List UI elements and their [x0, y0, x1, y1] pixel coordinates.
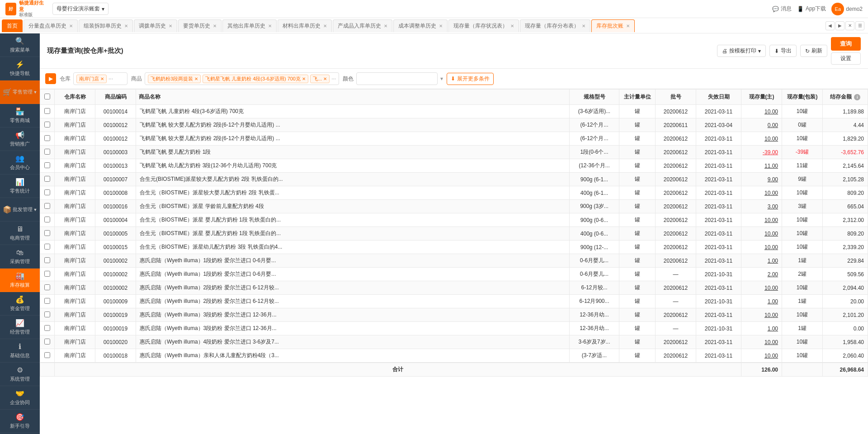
color-dropdown-icon[interactable]: ▾: [440, 75, 443, 82]
row-check-4[interactable]: [40, 159, 55, 173]
tab-close-11[interactable]: ✕: [626, 24, 630, 28]
row-check-2[interactable]: [40, 132, 55, 146]
sidebar-item-marketing[interactable]: 📢 营销推广: [0, 127, 40, 151]
tab-5[interactable]: 其他出库单历史 ✕: [222, 19, 277, 32]
product-more-btn[interactable]: ···: [331, 75, 336, 82]
product-tag-container[interactable]: 飞鹤奶粉3段两提装 ✕ 飞鹤星飞帆 儿童奶粉 4段(3-6岁适用) 700克 ✕…: [145, 72, 339, 85]
select-all-checkbox[interactable]: [44, 94, 50, 99]
th-check[interactable]: [40, 90, 55, 105]
tab-close-3[interactable]: ✕: [169, 24, 172, 28]
sidebar-item-system[interactable]: ⚙ 系统管理: [0, 363, 40, 386]
tab-close-4[interactable]: ✕: [213, 24, 217, 28]
row-check-7[interactable]: [40, 200, 55, 213]
sidebar-item-guide[interactable]: 🎯 新手引导: [0, 410, 40, 433]
sidebar-item-base-info[interactable]: ℹ 基础信息: [0, 339, 40, 363]
product-tag-2-remove[interactable]: ✕: [302, 76, 306, 81]
tab-4[interactable]: 要货单历史 ✕: [178, 19, 222, 32]
tab-3[interactable]: 调拨单历史 ✕: [134, 19, 177, 32]
tab-close-5[interactable]: ✕: [268, 24, 272, 28]
warehouse-more-btn[interactable]: ···: [108, 75, 113, 82]
tab-home[interactable]: 首页: [2, 19, 23, 32]
row-check-13[interactable]: [40, 281, 55, 295]
tab-close-7[interactable]: ✕: [384, 24, 387, 28]
tab-2[interactable]: 组装拆卸单历史 ✕: [79, 19, 133, 32]
settings-button[interactable]: 设置: [831, 52, 861, 65]
download-icon: 📱: [797, 6, 804, 12]
product-tag-1-remove[interactable]: ✕: [194, 76, 198, 81]
row-spec-5: 900g (6-1...: [570, 173, 619, 186]
search-button[interactable]: 查询: [831, 37, 861, 51]
sidebar-item-finance[interactable]: 💰 资金管理: [0, 292, 40, 316]
row-check-15[interactable]: [40, 308, 55, 322]
tab-close-9[interactable]: ✕: [510, 24, 514, 28]
tab-11-active[interactable]: 库存批次账 ✕: [591, 19, 635, 32]
tab-6[interactable]: 材料出库单历史 ✕: [278, 19, 332, 32]
warehouse-tag-container[interactable]: 南岸门店 ✕ ···: [73, 72, 127, 85]
row-check-11[interactable]: [40, 254, 55, 268]
message-btn[interactable]: 💬 消息: [772, 5, 792, 13]
row-warehouse-12: 南岸门店: [55, 268, 95, 281]
color-tag-container[interactable]: [356, 72, 438, 85]
top-right-area: 💬 消息 📱 App下载 Ea demo2: [772, 3, 863, 15]
row-check-3[interactable]: [40, 146, 55, 159]
tab-menu-btn[interactable]: ☰: [855, 21, 864, 30]
row-check-17[interactable]: [40, 335, 55, 349]
row-check-16[interactable]: [40, 322, 55, 335]
filter-expand-btn[interactable]: ▶: [45, 73, 56, 84]
tab-7[interactable]: 产成品入库单历史 ✕: [333, 19, 392, 32]
row-spec-1: (6-12个月...: [570, 118, 619, 132]
sidebar-item-shortcut[interactable]: ⚡ 快捷导航: [0, 57, 40, 80]
row-batch-13: 20200612: [656, 281, 696, 295]
row-check-1[interactable]: [40, 118, 55, 132]
tab-close-10[interactable]: ✕: [582, 24, 585, 28]
user-area[interactable]: Ea demo2: [831, 3, 863, 15]
tab-9[interactable]: 现存量（库存状况表） ✕: [448, 19, 519, 32]
sidebar-item-collab[interactable]: 🤝 企业协同: [0, 386, 40, 410]
tab-next-btn[interactable]: ▶: [835, 21, 844, 30]
tab-1[interactable]: 分量盘点单历史 ✕: [24, 19, 78, 32]
tab-close-2[interactable]: ✕: [124, 24, 128, 28]
sidebar-item-wholesale[interactable]: 📦 批发管理 ▼: [0, 198, 40, 222]
tab-close-6[interactable]: ✕: [323, 24, 327, 28]
amount-info-icon[interactable]: i: [854, 94, 860, 100]
row-check-0[interactable]: [40, 105, 55, 118]
product-tag-3-remove[interactable]: ✕: [323, 76, 327, 81]
row-check-5[interactable]: [40, 173, 55, 186]
page-header-actions: 🖨 按模板打印 ▾ ⬇ 导出 ↻ 刷新 查询 设置: [717, 37, 861, 65]
account-selector[interactable]: 母婴行业演示账套 ▾: [52, 3, 108, 15]
sidebar-item-retail-stats[interactable]: 📊 零售统计: [0, 175, 40, 198]
row-check-14[interactable]: [40, 295, 55, 308]
app-download-btn[interactable]: 📱 App下载: [797, 5, 826, 13]
tab-close-8[interactable]: ✕: [439, 24, 443, 28]
row-check-8[interactable]: [40, 213, 55, 227]
sidebar-item-purchase[interactable]: 🛍 采购管理: [0, 245, 40, 269]
tab-close-all-btn[interactable]: ✕: [845, 21, 854, 30]
row-check-12[interactable]: [40, 268, 55, 281]
tab-close-1[interactable]: ✕: [69, 24, 73, 28]
tab-prev-btn[interactable]: ◀: [826, 21, 835, 30]
export-button[interactable]: ⬇ 导出: [769, 45, 797, 57]
sidebar-item-mall[interactable]: 🏪 零售商城: [0, 104, 40, 127]
print-button[interactable]: 🖨 按模板打印 ▾: [717, 45, 766, 57]
row-spec-17: 3-6岁及7岁...: [570, 335, 619, 349]
expand-more-btn[interactable]: ⬇ 展开更多条件: [447, 73, 494, 85]
total-amount: 26,968.64: [823, 363, 868, 377]
sidebar-item-inventory[interactable]: 🏭 库存核算: [0, 269, 40, 292]
row-check-9[interactable]: [40, 227, 55, 241]
row-qty-main-3: -39.00: [741, 146, 782, 159]
marketing-icon: 📢: [15, 131, 24, 139]
refresh-button[interactable]: ↻ 刷新: [800, 45, 827, 57]
sidebar-item-search[interactable]: 🔍 搜索菜单: [0, 33, 40, 57]
sidebar-item-business[interactable]: 📈 经营管理: [0, 316, 40, 339]
row-qty-main-15: 10.00: [741, 308, 782, 322]
sidebar-item-ecommerce[interactable]: 🖥 电商管理: [0, 222, 40, 245]
row-check-10[interactable]: [40, 241, 55, 254]
sidebar-item-retail[interactable]: 🛒 零售管理 ▼: [0, 80, 40, 104]
table-row: 南岸门店 00100008 合生元（BIOSTIME）派星较大婴儿配方奶粉 2段…: [40, 186, 868, 200]
row-check-18[interactable]: [40, 349, 55, 363]
sidebar-item-member[interactable]: 👥 会员中心: [0, 151, 40, 175]
warehouse-tag-remove[interactable]: ✕: [100, 76, 104, 81]
tab-8[interactable]: 成本调整单历史 ✕: [393, 19, 448, 32]
row-check-6[interactable]: [40, 186, 55, 200]
tab-10[interactable]: 现存量（库存分布表） ✕: [520, 19, 590, 32]
